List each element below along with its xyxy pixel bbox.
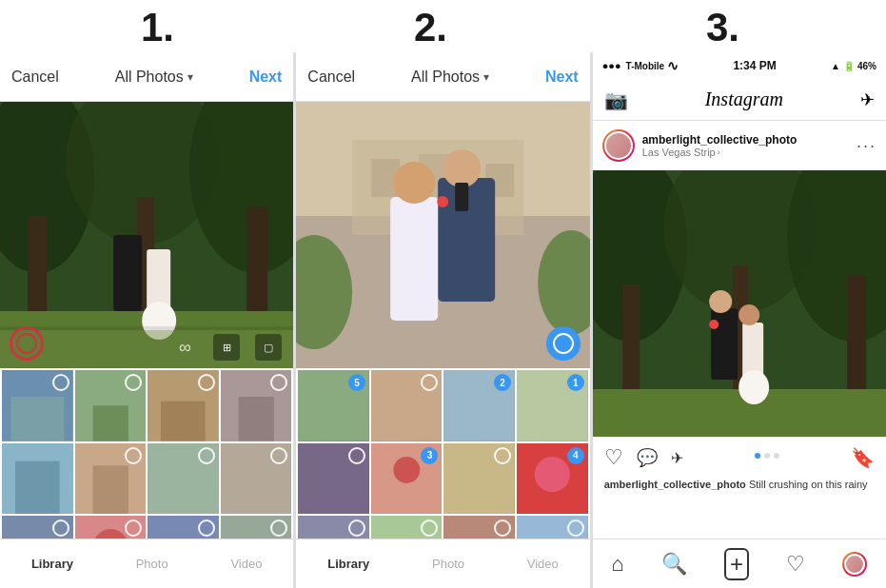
thumbnail-item[interactable] — [2, 370, 73, 441]
thumb-select-8 — [270, 447, 287, 464]
svg-rect-40 — [455, 183, 468, 211]
svg-point-72 — [738, 304, 759, 325]
post-location[interactable]: Las Vegas Strip › — [642, 147, 849, 158]
user-avatar[interactable] — [602, 129, 635, 162]
thumb-badge: 1 — [567, 374, 584, 391]
thumb-select — [348, 447, 365, 464]
post-username[interactable]: amberlight_collective_photo — [642, 133, 849, 147]
svg-rect-8 — [113, 235, 142, 311]
nav-profile-icon[interactable] — [842, 552, 867, 577]
direct-icon[interactable]: ✈ — [860, 89, 875, 110]
tab-photo-2[interactable]: Photo — [432, 557, 464, 571]
bookmark-button[interactable]: 🔖 — [851, 446, 875, 469]
thumbnail-item[interactable] — [371, 370, 443, 441]
tab-video-2[interactable]: Video — [527, 557, 559, 571]
status-right: ▲ 🔋 46% — [831, 61, 876, 71]
instagram-logo: Instagram — [705, 88, 783, 110]
tab-video-1[interactable]: Video — [230, 557, 262, 571]
thumbnail-item[interactable]: 2 — [443, 370, 515, 441]
thumbnail-item[interactable] — [298, 443, 369, 515]
thumb-select — [494, 447, 511, 464]
post-image-svg — [593, 170, 886, 437]
svg-rect-15 — [92, 405, 128, 441]
svg-point-73 — [709, 320, 719, 329]
thumbnail-item[interactable]: 1 — [517, 370, 588, 441]
location-chevron-icon: › — [718, 147, 720, 157]
status-left: ●●● T-Mobile ∿ — [602, 58, 679, 73]
camera-icon[interactable]: 📷 — [604, 88, 628, 111]
step-number-3: 3. — [706, 5, 739, 50]
thumbnail-item[interactable]: 4 — [517, 443, 588, 515]
location-label: Las Vegas Strip — [642, 147, 716, 158]
tab-photo-1[interactable]: Photo — [136, 557, 168, 571]
infinity-icon[interactable]: ∞ — [171, 334, 198, 361]
dot-1 — [755, 453, 760, 459]
post-image — [593, 170, 886, 437]
carrier-name: T-Mobile — [626, 61, 665, 71]
next-button-2[interactable]: Next — [545, 69, 579, 86]
thumb-select-3 — [198, 374, 215, 391]
album-selector-1[interactable]: All Photos ▾ — [115, 69, 193, 86]
thumbnail-item[interactable] — [75, 443, 147, 515]
thumbnail-item[interactable] — [148, 443, 219, 515]
svg-rect-23 — [92, 465, 128, 514]
wifi-icon: ∿ — [667, 58, 679, 73]
nav-search-icon[interactable]: 🔍 — [661, 552, 687, 577]
tab-library-1[interactable]: Library — [31, 557, 73, 571]
album-selector-2[interactable]: All Photos ▾ — [411, 69, 489, 86]
thumb-select-11 — [198, 519, 215, 537]
instagram-nav: ⌂ 🔍 + ♡ — [593, 539, 886, 588]
time-display: 1:34 PM — [733, 59, 776, 72]
grid-icon[interactable]: ⊞ — [213, 334, 240, 361]
thumb-select-6 — [125, 447, 142, 464]
svg-point-55 — [535, 457, 570, 492]
crop-icon[interactable]: ▢ — [255, 334, 282, 361]
dot-2 — [764, 453, 770, 459]
panel-2: Cancel All Photos ▾ Next — [296, 52, 590, 588]
thumb-badge: 2 — [494, 374, 511, 391]
svg-point-42 — [393, 162, 435, 204]
svg-rect-41 — [390, 197, 438, 321]
thumbnail-item[interactable] — [75, 370, 147, 441]
caption-text: Still crushing on this rainy — [749, 479, 868, 490]
thumbnail-item[interactable] — [443, 443, 515, 515]
thumbnail-item[interactable] — [2, 443, 73, 515]
tab-library-2[interactable]: Library — [327, 557, 369, 571]
thumb-select-9 — [52, 519, 69, 537]
post-actions: ♡ 💬 ✈ 🔖 — [593, 437, 886, 479]
svg-point-39 — [443, 149, 481, 187]
panel-1: Cancel All Photos ▾ Next — [0, 52, 294, 588]
cancel-button-2[interactable]: Cancel — [307, 69, 355, 86]
battery-icon: 🔋 — [843, 61, 855, 71]
svg-point-71 — [709, 290, 732, 313]
thumb-select-1 — [52, 374, 69, 391]
share-button[interactable]: ✈ — [671, 449, 683, 467]
next-button-1[interactable]: Next — [249, 69, 283, 86]
thumbnail-item[interactable] — [221, 370, 292, 441]
post-caption: amberlight_collective_photo Still crushi… — [593, 479, 886, 494]
svg-point-43 — [437, 196, 448, 207]
thumbnail-item[interactable] — [148, 370, 219, 441]
svg-rect-17 — [161, 402, 206, 441]
thumbnail-item[interactable]: 5 — [298, 370, 369, 441]
cancel-button-1[interactable]: Cancel — [11, 69, 59, 86]
thumb-select — [567, 519, 584, 537]
step-number-2: 2. — [414, 5, 447, 50]
main-photo-1: ∞ ⊞ ▢ — [0, 102, 293, 368]
nav-add-icon[interactable]: + — [724, 548, 749, 580]
location-icon: ▲ — [831, 61, 840, 71]
more-options-button[interactable]: ··· — [856, 137, 876, 154]
instagram-header: 📷 Instagram ✈ — [593, 79, 886, 121]
svg-point-70 — [738, 370, 769, 404]
panel-3: ●●● T-Mobile ∿ 1:34 PM ▲ 🔋 46% 📷 Instagr… — [593, 52, 886, 588]
main-photo-2 — [296, 102, 589, 368]
thumbnail-item[interactable] — [221, 443, 292, 515]
select-circle-2[interactable] — [546, 326, 581, 361]
like-button[interactable]: ♡ — [604, 445, 623, 470]
comment-button[interactable]: 💬 — [637, 447, 658, 468]
thumbnail-item[interactable]: 3 — [371, 443, 443, 515]
panels-container: Cancel All Photos ▾ Next — [0, 52, 886, 588]
nav-home-icon[interactable]: ⌂ — [611, 552, 623, 577]
nav-heart-icon[interactable]: ♡ — [786, 552, 805, 577]
thumb-badge: 4 — [567, 447, 584, 464]
